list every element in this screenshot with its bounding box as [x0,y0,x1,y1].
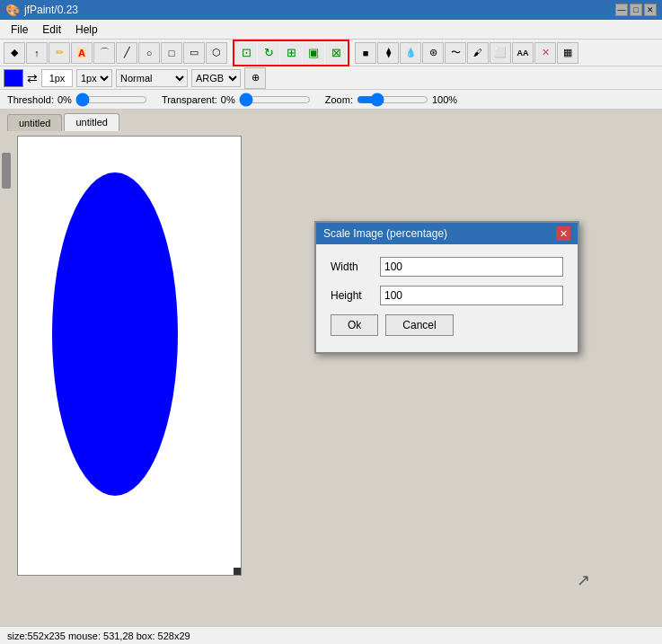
toolbar: ✏ A ⬡ ⊡ ↻ ⊞ ▣ ⊠ ■ ⧫ 💧 ⊛ 〜 🖌 ⬜ AA ✕ ▦ [0,40,662,66]
transparent-group: Transparent: 0% [162,93,311,106]
title-bar-title: jfPaint/0.23 [24,4,78,16]
dialog-title: Scale Image (percentage) [323,227,447,240]
eraser-icon: ⬜ [494,47,507,58]
status-bar: size:552x235 mouse: 531,28 box: 528x29 [0,626,662,644]
threshold-slider[interactable] [75,93,147,106]
roundrect-tool-button[interactable] [183,42,205,64]
select-tool-button[interactable] [4,42,25,64]
ellipse-icon [146,48,153,58]
polygon-tool-button[interactable]: ⬡ [206,42,227,64]
brush-tool-button[interactable]: 🖌 [467,42,489,64]
menu-edit[interactable]: Edit [35,22,68,38]
flip-transform-icon: ⊠ [331,46,341,59]
wave-tool-button[interactable]: 〜 [445,42,466,64]
canvas-container [13,131,662,644]
fill-tool-button[interactable]: ■ [355,42,376,64]
text-a-icon: A [77,48,86,58]
width-input[interactable] [380,257,563,277]
ellipse-tool-button[interactable] [138,42,160,64]
canvas-area: Scale Image (percentage) ✕ Width Height … [0,131,662,644]
blue-ellipse-shape [52,172,178,496]
delete-icon: ✕ [542,47,550,58]
text-tool-button[interactable]: A [71,42,93,64]
blend-mode-dropdown[interactable]: Normal Multiply Screen [116,69,188,87]
resize-transform-button[interactable]: ⊞ [280,42,302,64]
aa-icon: AA [517,49,529,57]
delete-button[interactable]: ✕ [534,42,556,64]
transform-tools-group: ⊡ ↻ ⊞ ▣ ⊠ [233,40,349,66]
checker-button[interactable]: ▦ [557,42,578,64]
spray-tool-button[interactable]: ⊛ [422,42,444,64]
sliders-bar: Threshold: 0% Transparent: 0% Zoom: 100% [0,90,662,110]
tabs-bar: untitled untitled [0,110,662,131]
curve-icon [100,46,110,59]
copy-icon: ⊕ [252,72,260,84]
spray-icon: ⊛ [429,47,437,58]
cancel-button[interactable]: Cancel [385,314,453,336]
bucket-tool-button[interactable]: ⧫ [377,42,399,64]
pen-icon: ✏ [56,47,64,58]
dialog-buttons: Ok Cancel [331,314,563,340]
dialog-close-button[interactable]: ✕ [556,226,570,241]
scale-image-dialog: Scale Image (percentage) ✕ Width Height … [314,221,579,354]
pen-tool-button[interactable]: ✏ [49,42,70,64]
dropper-tool-button[interactable]: 💧 [400,42,421,64]
menu-bar: File Edit Help [0,20,662,40]
wave-icon: 〜 [451,46,461,59]
foreground-color-swatch[interactable] [4,69,23,87]
eraser-tool-button[interactable]: ⬜ [490,42,511,64]
transparent-label: Transparent: [162,94,217,105]
zoom-slider[interactable] [357,93,428,106]
tab-untitled-1[interactable]: untitled [7,114,62,131]
title-bar-left: 🎨 jfPaint/0.23 [5,4,78,17]
diamond-icon [11,47,18,58]
height-row: Height [331,286,563,305]
tab-untitled-2[interactable]: untitled [64,113,119,131]
swap-colors-button[interactable]: ⇄ [27,71,38,85]
maximize-button[interactable]: □ [630,4,642,16]
crop-transform-button[interactable]: ▣ [303,42,324,64]
copy-transform-button[interactable]: ⊡ [235,42,257,64]
move-tool-button[interactable] [26,42,48,64]
height-input[interactable] [380,286,563,305]
zoom-group: Zoom: 100% [325,93,457,106]
threshold-value: 0% [57,94,72,105]
rotate-transform-button[interactable]: ↻ [258,42,279,64]
roundrect-icon [190,47,199,58]
line-tool-button[interactable] [116,42,137,64]
vertical-scrollbar-track[interactable] [2,153,11,189]
title-bar-controls: — □ ✕ [615,4,657,16]
transparent-slider[interactable] [239,93,311,106]
curve-tool-button[interactable] [93,42,115,64]
brush-icon: 🖌 [473,48,482,57]
rect-tool-button[interactable] [161,42,182,64]
width-label: Width [331,260,380,273]
flip-transform-button[interactable]: ⊠ [325,42,347,64]
app-icon: 🎨 [5,4,20,17]
height-label: Height [331,289,380,302]
close-button[interactable]: ✕ [644,4,657,16]
threshold-label: Threshold: [7,94,54,105]
menu-help[interactable]: Help [68,22,105,38]
threshold-group: Threshold: 0% [7,93,147,106]
copy-color-button[interactable]: ⊕ [244,67,266,89]
crop-transform-icon: ▣ [308,46,319,59]
checker-icon: ▦ [563,47,572,58]
fill-icon: ■ [363,48,369,58]
paint-canvas[interactable] [17,136,242,576]
aa-button[interactable]: AA [512,42,534,64]
brush-size-input[interactable] [41,69,73,87]
ok-button[interactable]: Ok [331,314,378,336]
rect-icon [169,48,175,58]
dialog-content: Width Height Ok Cancel [316,244,578,352]
resize-handle[interactable] [234,568,241,575]
size-dropdown[interactable]: 1px 2px 3px [76,69,112,87]
menu-file[interactable]: File [4,22,35,38]
app-window: 🎨 jfPaint/0.23 — □ ✕ File Edit Help ✏ A … [0,0,662,644]
width-row: Width [331,257,563,277]
color-model-dropdown[interactable]: ARGB RGB HSB [191,69,241,87]
toolbar2: ⇄ 1px 2px 3px Normal Multiply Screen ARG… [0,66,662,90]
resize-transform-icon: ⊞ [287,46,296,59]
minimize-button[interactable]: — [615,4,628,16]
dialog-title-bar: Scale Image (percentage) ✕ [316,223,578,244]
